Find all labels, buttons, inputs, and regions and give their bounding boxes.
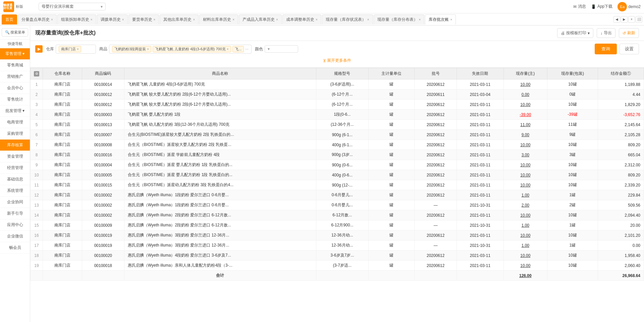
tab-next-arrow[interactable]: ▶ (621, 16, 628, 23)
search-menu-btn[interactable]: 🔍 搜索菜单 (2, 28, 28, 37)
row-unit: 罐 (369, 220, 415, 230)
tab-qitachuku[interactable]: 其他出库单历史 × (160, 14, 199, 24)
sidebar-item-operations[interactable]: 经营管理 (0, 162, 30, 174)
sidebar-item-enterprise-collab[interactable]: 企业协同 (0, 197, 30, 208)
message-btn[interactable]: ✉ 消息 (573, 4, 586, 9)
row-qty-main[interactable]: 10.00 (503, 230, 547, 240)
tab-diaobodanls[interactable]: 调拨单历史 × (97, 14, 128, 24)
query-btn[interactable]: 查询 (595, 44, 617, 54)
tab-chanchengruku[interactable]: 产成品入库单历史 × (239, 14, 282, 24)
row-code: 00100002 (82, 200, 124, 210)
sidebar-item-app-center[interactable]: 应用中心 (0, 219, 30, 231)
row-qty-main[interactable]: 1.00 (503, 240, 547, 251)
sidebar-item-ecommerce[interactable]: 电商管理 (0, 117, 30, 128)
tab-xiancunliang-kucun[interactable]: 现存量（库存状况表） × (322, 14, 373, 24)
tab-maximize[interactable]: ⬜ (636, 16, 642, 23)
tab-zuzhuangchaijian[interactable]: 组装拆卸单历史 × (57, 14, 96, 24)
row-expire: 2021-03-11 (457, 160, 504, 170)
sidebar-item-basic-info[interactable]: 基础信息 (0, 174, 30, 185)
row-qty-main[interactable]: 10.00 (503, 180, 547, 190)
sidebar-label: 采购管理 (7, 131, 23, 136)
app-download-btn[interactable]: 📱 App下载 (591, 4, 612, 9)
close-icon[interactable]: × (51, 18, 53, 21)
total-qty-main[interactable]: 126.00 (503, 271, 547, 281)
sidebar-item-enterprise-wechat[interactable]: 企业微信 (0, 231, 30, 242)
row-qty-main[interactable]: 1.00 (503, 190, 547, 200)
product-tag-close[interactable]: × (147, 47, 149, 51)
product-tag-container[interactable]: 飞鹤奶粉3段两提装 × 飞鹤星飞帆 儿童奶粉 4段(3-6岁适用) 700克 ×… (109, 45, 252, 54)
row-qty-main[interactable]: 10.00 (503, 79, 547, 90)
more-dots[interactable]: ··· (245, 47, 249, 51)
org-selector[interactable]: 母婴行业演示账套 ▾ (39, 3, 106, 10)
sidebar-item-retail-mgmt[interactable]: 零售管理 ▾ (0, 48, 30, 60)
sidebar-item-retail-stats[interactable]: 零售统计 (0, 94, 30, 105)
close-icon[interactable]: × (419, 18, 421, 21)
tab-label: 产成品入库单历史 (243, 17, 275, 22)
close-icon[interactable]: × (367, 18, 369, 21)
row-qty-main[interactable]: 9.00 (503, 130, 547, 140)
filter-expand-arrow[interactable]: ▶ (35, 45, 43, 53)
sidebar-quick-nav[interactable]: 快捷导航 (0, 40, 30, 48)
setting-icon[interactable]: ⚙ (34, 71, 39, 76)
warehouse-tag-close[interactable]: × (77, 47, 79, 51)
close-icon[interactable]: × (154, 18, 156, 21)
sidebar-item-inventory[interactable]: 库存核算 (0, 140, 30, 151)
expand-more-btn[interactable]: ⊻ 展开更多条件 (320, 56, 354, 65)
sidebar-item-marketing[interactable]: 营销推广 (0, 71, 30, 83)
row-qty-main[interactable]: 3.00 (503, 150, 547, 160)
row-qty-main[interactable]: 10.00 (503, 210, 547, 220)
close-icon[interactable]: × (232, 18, 234, 21)
close-icon[interactable]: × (276, 18, 278, 21)
table-row: 13 南库门店 00100002 惠氏启腆（Wyeth illuma）1段奶粉 … (31, 200, 644, 210)
close-icon[interactable]: × (193, 18, 195, 21)
refresh-btn[interactable]: ↺ 刷新 (619, 28, 639, 38)
row-qty-main[interactable]: 10.00 (503, 160, 547, 170)
tab-kucun-pici[interactable]: 库存批次账 × (425, 14, 456, 24)
row-qty-main[interactable]: 1.00 (503, 220, 547, 230)
row-amount: 1,829.20 (598, 100, 644, 110)
col-unit: 主计量单位 (369, 68, 415, 79)
sidebar-item-system-mgmt[interactable]: 系统管理 (0, 185, 30, 197)
setting-btn[interactable]: 设置 (620, 44, 639, 54)
tab-xiancunliang-fenbu[interactable]: 现存量（库存分布表） × (374, 14, 425, 24)
color-filter-container[interactable]: ▾ (265, 45, 298, 53)
row-qty-main[interactable]: -39.00 (503, 110, 547, 120)
tab-close-all[interactable]: × (628, 16, 635, 23)
sidebar: 🔍 搜索菜单 快捷导航 零售管理 ▾ 零售商城 营销推广 会员中心 零售统计 批… (0, 25, 30, 322)
close-icon[interactable]: × (316, 18, 318, 21)
sidebar-item-purchase[interactable]: 采购管理 (0, 128, 30, 140)
sidebar-item-wholesale-mgmt[interactable]: 批发管理 ▾ (0, 105, 30, 117)
row-qty-main[interactable]: 0.00 (503, 90, 547, 100)
close-icon[interactable]: × (91, 18, 93, 21)
sidebar-item-new-guide[interactable]: 新手引导 (0, 208, 30, 219)
row-qty-main[interactable]: 10.00 (503, 170, 547, 180)
tab-yaohuo[interactable]: 要货单历史 × (128, 14, 159, 24)
tab-chenbeniaozhengsls[interactable]: 成本调整单历史 × (282, 14, 321, 24)
row-qty-main[interactable]: 2.00 (503, 200, 547, 210)
row-warehouse: 南库门店 (43, 240, 82, 251)
tab-cailiochuku[interactable]: 材料出库单历史 × (199, 14, 238, 24)
sidebar-item-changhui[interactable]: 畅会员 (0, 242, 30, 254)
export-btn[interactable]: ↓ 导出 (597, 28, 615, 38)
tab-fenliangpandian[interactable]: 分量盘点单历史 × (18, 14, 57, 24)
row-qty-main[interactable]: 10.00 (503, 251, 547, 261)
tab-home[interactable]: 首页 (2, 14, 17, 24)
product-tag-close[interactable]: × (227, 47, 229, 51)
row-amount: 2,101.20 (598, 230, 644, 240)
row-name: 惠氏启腆（Wyeth illuma）1段奶粉 爱尔兰进口 0-6月婴... (124, 200, 316, 210)
tab-prev-arrow[interactable]: ◀ (613, 16, 620, 23)
close-icon[interactable]: × (122, 18, 124, 21)
close-icon[interactable]: × (450, 18, 452, 21)
row-qty-main[interactable]: 10.00 (503, 100, 547, 110)
sidebar-item-retail-mall[interactable]: 零售商城 (0, 60, 30, 71)
row-qty-main[interactable]: 11.00 (503, 120, 547, 130)
sidebar-item-member-center[interactable]: 会员中心 (0, 83, 30, 94)
row-unit: 罐 (369, 261, 415, 271)
print-btn[interactable]: 🖨 按模板打印 ▾ (557, 28, 593, 38)
user-area[interactable]: Ea demo2 (618, 2, 641, 11)
row-qty-main[interactable]: 10.00 (503, 140, 547, 150)
sidebar-item-finance[interactable]: 资金管理 (0, 151, 30, 162)
warehouse-tag-container[interactable]: 南库门店 × (56, 45, 96, 54)
row-qty-main[interactable]: 10.00 (503, 261, 547, 271)
avatar: Ea (618, 2, 627, 11)
